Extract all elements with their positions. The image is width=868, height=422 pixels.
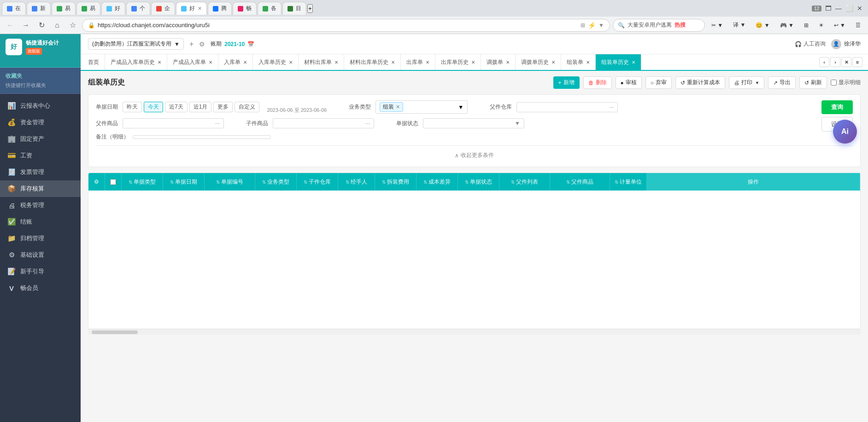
browser-tab-10[interactable]: 畅 (233, 2, 257, 15)
support-button[interactable]: 🎧 人工咨询 (795, 40, 826, 48)
nav-tab-mat-out-hist[interactable]: 材料出库单历史 ✕ (344, 54, 401, 70)
undo-btn[interactable]: ↩ ▼ (830, 19, 849, 32)
nav-tab-mat-out[interactable]: 材料出库单 ✕ (299, 54, 344, 70)
print-button[interactable]: 🖨 打印 (729, 76, 764, 89)
ai-assistant-button[interactable]: Ai (833, 120, 857, 144)
th-date[interactable]: ⇅ 单据日期 (163, 173, 205, 191)
mat-out-hist-close[interactable]: ✕ (391, 60, 395, 65)
th-parent-list[interactable]: ⇅ 父件列表 (499, 173, 550, 191)
restore-icon[interactable]: 🗖 (825, 5, 832, 12)
nav-more-tabs-btn[interactable]: ≡ (852, 57, 862, 67)
th-type[interactable]: ⇅ 单据类型 (122, 173, 163, 191)
show-detail-toggle[interactable]: 显示明细 (831, 79, 861, 87)
more-date-btn[interactable]: 更多 (213, 102, 233, 112)
translate-btn[interactable]: 译 ▼ (729, 19, 749, 32)
cut-btn[interactable]: ✂ ▼ (708, 19, 727, 32)
scrollbar-thumb[interactable] (92, 330, 138, 334)
period-selector[interactable]: 账期 2021-10 📅 (211, 40, 254, 48)
sidebar-item-inventory[interactable]: 📦 库存核算 (0, 180, 81, 197)
th-cost-diff[interactable]: ⇅ 成本差异 (416, 173, 458, 191)
sidebar-item-fund[interactable]: 💰 资金管理 (0, 114, 81, 131)
lightning-icon[interactable]: ⚡ (588, 22, 596, 29)
sidebar-item-invoice[interactable]: 🧾 发票管理 (0, 164, 81, 180)
yesterday-btn[interactable]: 昨天 (123, 102, 142, 112)
tab-close-8[interactable]: ✕ (198, 6, 202, 12)
today-btn[interactable]: 今天 (144, 102, 163, 112)
out-order-close[interactable]: ✕ (426, 60, 429, 65)
sidebar-item-cloud-report[interactable]: 📊 云报表中心 (0, 98, 81, 114)
nav-tab-prod-in-hist[interactable]: 产成品入库单历史 ✕ (105, 54, 167, 70)
add-company-button[interactable]: + (189, 40, 194, 48)
company-selector[interactable]: (勿删勿禁用）江西服宝测试专用 ▼ (88, 38, 184, 50)
sidebar-item-guide[interactable]: 📝 新手引导 (0, 263, 81, 280)
refresh-button[interactable]: ↻ (35, 19, 48, 32)
sidebar-favorites[interactable]: 收藏夹 快捷键打开收藏夹 (0, 68, 81, 94)
nav-tab-combo-hist[interactable]: 组装单历史 ✕ (596, 54, 641, 70)
minimize-icon[interactable]: — (835, 5, 842, 12)
menu-btn[interactable]: ☰ (852, 19, 864, 32)
sidebar-item-archive[interactable]: 📁 归档管理 (0, 230, 81, 247)
th-unit[interactable]: ⇅ 计量单位 (610, 173, 647, 191)
combo-hist-close[interactable]: ✕ (632, 60, 635, 65)
grid-btn[interactable]: ⊞ (800, 19, 812, 32)
review-button[interactable]: ● 审核 (616, 76, 642, 89)
sidebar-item-basic-settings[interactable]: ⚙ 基础设置 (0, 247, 81, 263)
new-tab-button[interactable]: + (307, 4, 313, 13)
horizontal-scrollbar[interactable] (88, 329, 861, 335)
nav-tab-home[interactable]: 首页 (82, 54, 105, 70)
th-biz[interactable]: ⇅ 业务类型 (255, 173, 297, 191)
sidebar-item-tax[interactable]: 🖨 税务管理 (0, 197, 81, 214)
search-bar[interactable]: 🔍 大量安卓用户逃离 热搜 (613, 19, 705, 32)
th-disassemble[interactable]: ⇅ 拆装费用 (375, 173, 416, 191)
nav-tab-out-hist[interactable]: 出库单历史 ✕ (435, 54, 481, 70)
browser-tab-12[interactable]: 目 (282, 2, 306, 15)
abandon-button[interactable]: ○ 弃审 (645, 76, 672, 89)
sidebar-item-fixed-assets[interactable]: 🏢 固定资产 (0, 131, 81, 147)
sidebar-item-salary[interactable]: 💳 工资 (0, 147, 81, 164)
th-no[interactable]: ⇅ 单据编号 (205, 173, 255, 191)
prod-in-close[interactable]: ✕ (209, 60, 212, 65)
nav-tab-in-hist[interactable]: 入库单历史 ✕ (253, 54, 299, 70)
emoji-btn[interactable]: 😊 ▼ (752, 19, 773, 32)
nav-tab-assemble-hist[interactable]: 调拨单历史 ✕ (516, 54, 561, 70)
recalc-button[interactable]: ↺ 重新计算成本 (675, 76, 725, 89)
parent-item-more[interactable]: ··· (215, 120, 220, 127)
browser-tab-5[interactable]: 好 (101, 2, 125, 15)
calendar-icon[interactable]: 📅 (247, 41, 254, 47)
assemble-hist-close[interactable]: ✕ (551, 60, 555, 65)
settings-button[interactable]: ⚙ (199, 40, 205, 48)
delete-button[interactable]: 🗑 删除 (583, 76, 612, 89)
parent-warehouse-more[interactable]: ··· (609, 104, 614, 110)
collapse-button[interactable]: ∧ 收起更多条件 (96, 150, 853, 161)
browser-tab-2[interactable]: 新 (27, 2, 51, 15)
export-button[interactable]: ↗ 导出 (768, 76, 796, 89)
search-button[interactable]: 查询 (821, 100, 853, 114)
add-button[interactable]: + 新增 (553, 76, 580, 89)
bookmark-button[interactable]: ☆ (66, 19, 79, 32)
browser-tab-7[interactable]: 企 (151, 2, 175, 15)
th-warehouse[interactable]: ⇅ 子件仓库 (297, 173, 338, 191)
th-status[interactable]: ⇅ 单据状态 (458, 173, 499, 191)
order-status-input[interactable]: ▼ (423, 118, 524, 128)
in-order-close[interactable]: ✕ (243, 60, 247, 65)
nav-prev-arrow[interactable]: ‹ (819, 57, 829, 67)
nav-next-arrow[interactable]: › (830, 57, 840, 67)
show-detail-checkbox[interactable] (831, 80, 837, 86)
nav-tab-assemble[interactable]: 调拨单 ✕ (481, 54, 516, 70)
remark-input[interactable] (133, 135, 271, 139)
th-checkbox[interactable] (105, 173, 122, 191)
sidebar-item-vip[interactable]: V 畅会员 (0, 280, 81, 296)
refresh-button[interactable]: ↺ 刷新 (799, 76, 827, 89)
parent-warehouse-input[interactable]: ··· (516, 102, 618, 112)
th-settings[interactable]: ⚙ (88, 173, 105, 191)
sidebar-item-checkout[interactable]: ✅ 结账 (0, 214, 81, 230)
browser-tab-6[interactable]: 个 (126, 2, 150, 15)
maximize-icon[interactable]: ⬜ (845, 5, 853, 12)
user-info[interactable]: 👤 徐泽华 (831, 39, 861, 49)
browser-tab-9[interactable]: 腾 (208, 2, 232, 15)
dropdown-icon[interactable]: ▼ (598, 22, 604, 29)
custom-date-btn[interactable]: 自定义 (235, 102, 259, 112)
sun-btn[interactable]: ☀ (815, 19, 827, 32)
home-button[interactable]: ⌂ (51, 19, 64, 32)
select-all-checkbox[interactable] (110, 179, 116, 185)
